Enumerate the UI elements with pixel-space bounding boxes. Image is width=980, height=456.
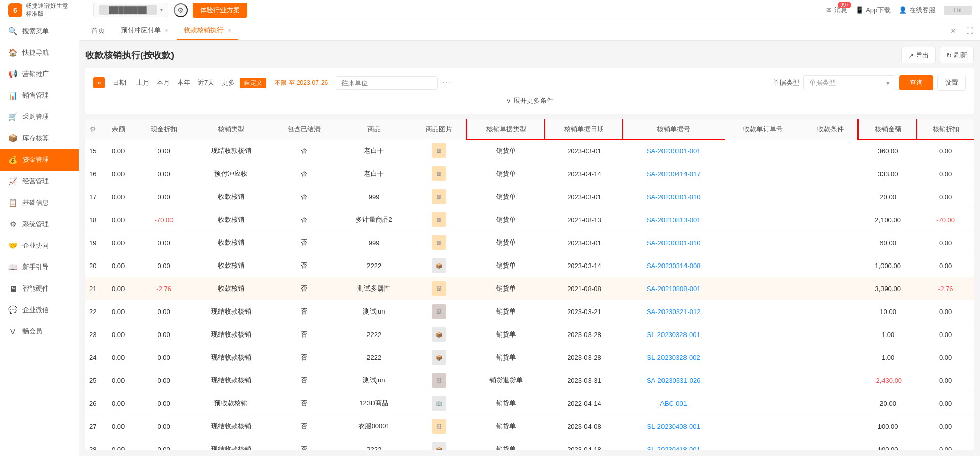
cell-goods-img: 🖼 xyxy=(410,300,467,323)
cell-settled: 否 xyxy=(270,346,337,369)
sidebar-item-wechat[interactable]: 💬 企业微信 xyxy=(0,299,79,321)
cell-cash-discount: 0.00 xyxy=(136,438,192,450)
unit-input[interactable] xyxy=(336,76,438,90)
bill-no-link[interactable]: SA-20230301-010 xyxy=(647,193,701,201)
bill-no-link[interactable]: SA-20230331-026 xyxy=(647,377,701,385)
bill-type-chevron: ▾ xyxy=(886,79,890,87)
cell-id: 24 xyxy=(85,346,101,369)
goods-image: 📦 xyxy=(432,258,446,273)
cell-type: 现结收款核销 xyxy=(192,415,270,438)
query-button[interactable]: 查询 xyxy=(899,75,933,90)
bill-no-link[interactable]: ABC-001 xyxy=(660,400,687,407)
more-filters-icon[interactable]: ··· xyxy=(442,78,452,87)
sidebar-item-nav[interactable]: 🏠 快捷导航 xyxy=(0,42,79,63)
date-custom-button[interactable]: 自定义 xyxy=(240,78,266,88)
sidebar-item-finance[interactable]: 💰 资金管理 xyxy=(0,149,79,171)
bill-no-link[interactable]: SL-20230328-002 xyxy=(647,354,700,362)
cell-balance: 0.00 xyxy=(101,346,135,369)
trial-button[interactable]: 体验行业方案 xyxy=(193,3,247,18)
cell-discount: 0.00 xyxy=(917,323,974,346)
bill-no-link[interactable]: SA-20230301-010 xyxy=(647,239,701,247)
sales-icon: 📊 xyxy=(8,91,17,100)
bill-no-link[interactable]: SA-20230414-017 xyxy=(647,170,701,178)
tab-home[interactable]: 首页 xyxy=(83,20,113,40)
bill-no-link[interactable]: SA-20230321-012 xyxy=(647,308,701,316)
tab-prepay[interactable]: 预付冲应付单 × xyxy=(114,20,176,40)
bill-type-select[interactable]: 单据类型 ▾ xyxy=(803,75,895,90)
expand-window-icon[interactable]: ⛶ xyxy=(964,25,976,37)
close-window-icon[interactable]: ✕ xyxy=(947,25,960,37)
cell-goods: 999 xyxy=(337,185,411,208)
sidebar-item-sales[interactable]: 📊 销售管理 xyxy=(0,85,79,106)
notification-button[interactable]: ✉ 消息 99+ xyxy=(826,6,847,15)
data-table-wrapper: ⚙ 余额 现金折扣 核销类型 包含已结清 商品 商品图片 核销单据类型 核销单据… xyxy=(85,119,974,450)
settings-button[interactable]: ⚙ xyxy=(174,3,188,17)
expand-conditions-button[interactable]: ∨ 展开更多条件 xyxy=(93,93,966,108)
filter-unit: ··· xyxy=(336,76,765,90)
sidebar-item-purchase[interactable]: 🛒 采购管理 xyxy=(0,106,79,128)
date-this-month[interactable]: 本月 xyxy=(155,77,172,88)
sidebar-item-search[interactable]: 🔍 搜索菜单 xyxy=(0,20,79,42)
cell-goods-img: 🖼 xyxy=(410,139,467,162)
table-row: 15 0.00 0.00 现结收款核销 否 老白干 🖼 销货单 2023-03-… xyxy=(85,139,974,162)
export-button[interactable]: ↗ 导出 xyxy=(901,47,936,63)
tab-current-close[interactable]: × xyxy=(228,27,231,33)
sidebar-item-member[interactable]: V 畅会员 xyxy=(0,321,79,342)
refresh-button[interactable]: ↻ 刷新 xyxy=(940,47,974,63)
bill-no-link[interactable]: SL-20230328-001 xyxy=(647,331,700,339)
sidebar-item-hardware[interactable]: 🖥 智能硬件 xyxy=(0,278,79,299)
cell-settled: 否 xyxy=(270,254,337,277)
download-icon: 📱 xyxy=(855,6,864,14)
bill-no-link[interactable]: SA-20210813-001 xyxy=(647,216,701,224)
table-row: 27 0.00 0.00 现结收款核销 否 衣服00001 🖼 销货单 2023… xyxy=(85,415,974,438)
cell-bill-date: 2022-04-14 xyxy=(545,392,623,415)
cell-discount: 0.00 xyxy=(917,438,974,450)
cell-settled: 否 xyxy=(270,162,337,185)
guide-icon: 📖 xyxy=(8,262,17,272)
cell-bill-type: 销货单 xyxy=(467,277,545,300)
goods-image: 📦 xyxy=(432,442,446,450)
sidebar-item-marketing[interactable]: 📢 营销推广 xyxy=(0,63,79,85)
tab-prepay-close[interactable]: × xyxy=(165,27,168,33)
table-row: 24 0.00 0.00 现结收款核销 否 2222 📦 销货单 2023-03… xyxy=(85,346,974,369)
cell-balance: 0.00 xyxy=(101,392,135,415)
bill-no-link[interactable]: SA-20230301-001 xyxy=(647,147,701,155)
cell-order-no xyxy=(724,346,802,369)
cell-cash-discount: 0.00 xyxy=(136,162,192,185)
bill-no-link[interactable]: SL-20230408-001 xyxy=(647,423,700,430)
sidebar-label-member: 畅会员 xyxy=(22,327,42,336)
tabbar-right: ✕ ⛶ xyxy=(947,25,976,37)
tab-current[interactable]: 收款核销执行 × xyxy=(177,20,238,40)
sidebar-item-inventory[interactable]: 📦 库存核算 xyxy=(0,128,79,149)
column-settings-icon[interactable]: ⚙ xyxy=(90,125,96,133)
goods-image: 🖼 xyxy=(432,212,446,227)
cell-payment-cond xyxy=(802,185,859,208)
sidebar-item-basic-info[interactable]: 📋 基础信息 xyxy=(0,192,79,213)
online-service-button[interactable]: 👤 在线客服 xyxy=(899,6,936,15)
cell-bill-no: ABC-001 xyxy=(623,392,724,415)
sidebar-item-operations[interactable]: 📈 经营管理 xyxy=(0,171,79,192)
bill-no-link[interactable]: SL-20230418-001 xyxy=(647,446,700,450)
date-more[interactable]: 更多 xyxy=(219,77,237,88)
user-avatar[interactable]: Rit xyxy=(944,6,972,15)
app-download-button[interactable]: 📱 App下载 xyxy=(855,6,891,15)
sidebar-item-system[interactable]: ⚙ 系统管理 xyxy=(0,213,79,235)
cell-bill-type: 销货单 xyxy=(467,254,545,277)
table-settings-button[interactable]: 设置 xyxy=(937,75,966,91)
bill-no-link[interactable]: SA-20210808-001 xyxy=(647,285,701,293)
date-prev-month[interactable]: 上月 xyxy=(134,77,152,88)
table-row: 18 0.00 -70.00 收款核销 否 多计量商品2 🖼 销货单 2021-… xyxy=(85,208,974,231)
cell-bill-date: 2023-03-01 xyxy=(545,185,623,208)
bill-no-link[interactable]: SA-20230314-008 xyxy=(647,262,701,270)
filter-expand-button[interactable]: » xyxy=(93,77,105,88)
date-this-year[interactable]: 本年 xyxy=(175,77,192,88)
date-7-days[interactable]: 近7天 xyxy=(195,77,216,88)
cell-bill-type: 销货单 xyxy=(467,415,545,438)
table-row: 16 0.00 0.00 预付冲应收 否 老白干 🖼 销货单 2023-04-1… xyxy=(85,162,974,185)
sidebar-item-guide[interactable]: 📖 新手引导 xyxy=(0,256,79,278)
company-selector[interactable]: ████████ ▾ xyxy=(93,3,168,17)
topbar: 6 畅捷通谱好生意 标准版 ████████ ▾ ⚙ 体验行业方案 ✉ 消息 9… xyxy=(0,0,980,20)
cell-goods-img: 📦 xyxy=(410,323,467,346)
table-row: 21 0.00 -2.76 收款核销 否 测试多属性 🖼 销货单 2021-08… xyxy=(85,277,974,300)
sidebar-item-collab[interactable]: 🤝 企业协同 xyxy=(0,235,79,256)
